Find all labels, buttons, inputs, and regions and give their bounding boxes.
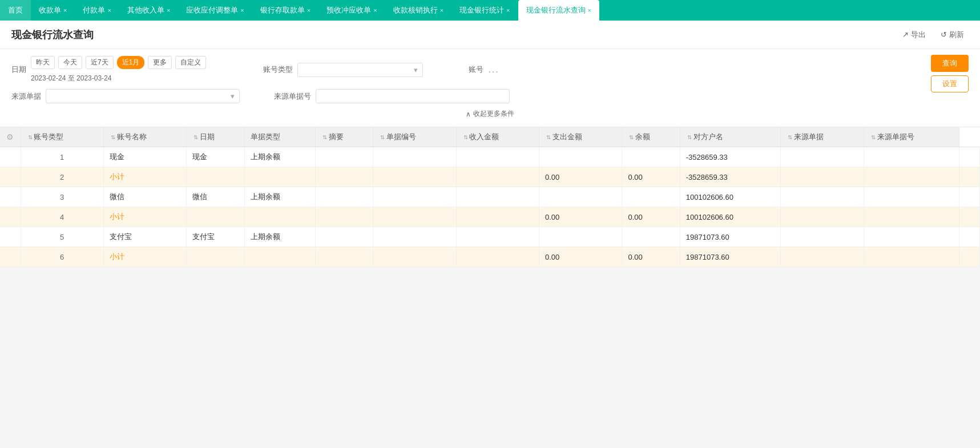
doc-no-cell <box>456 167 539 187</box>
date-range: 2023-02-24 至 2023-03-24 <box>31 74 206 83</box>
counterpart-cell <box>781 147 864 167</box>
account-type-select[interactable]: ▾ <box>297 63 423 77</box>
collapse-bar[interactable]: ∧ 收起更多条件 <box>11 106 969 120</box>
col-header-date[interactable]: ⇅ 日期 <box>187 127 245 147</box>
account-name-cell: 现金 <box>187 147 245 167</box>
row-num: 5 <box>21 227 103 247</box>
close-icon[interactable]: × <box>107 0 111 21</box>
nav-home[interactable]: 首页 <box>0 0 31 21</box>
col-header-source-doc-no[interactable]: ⇅ 来源单据号 <box>864 127 959 147</box>
col-header-summary[interactable]: ⇅ 摘要 <box>315 127 373 147</box>
doc-no-cell <box>456 147 539 167</box>
col-header-source-doc[interactable]: ⇅ 来源单据 <box>781 127 864 147</box>
row-num: 2 <box>21 167 103 187</box>
source-doc-select[interactable]: ▾ <box>46 89 240 103</box>
date-1month[interactable]: 近1月 <box>117 56 145 69</box>
row-settings <box>0 147 21 167</box>
col-header-counterpart[interactable]: ⇅ 对方户名 <box>680 127 781 147</box>
close-icon[interactable]: × <box>63 0 67 21</box>
gear-icon[interactable]: ⚙ <box>6 132 14 142</box>
date-7days[interactable]: 近7天 <box>86 56 114 69</box>
col-header-doc-type[interactable]: 单据类型 <box>245 127 316 147</box>
close-icon[interactable]: × <box>307 0 310 21</box>
summary-cell <box>373 147 456 167</box>
nav-receipt[interactable]: 收款单 × <box>31 0 75 21</box>
date-today[interactable]: 今天 <box>58 56 82 69</box>
sort-icon: ⇅ <box>687 134 693 140</box>
source-doc-cell <box>864 207 959 227</box>
table-row: 2小计0.000.00-3528659.33 <box>0 167 980 187</box>
export-button[interactable]: ↗ 导出 <box>898 27 930 42</box>
nav-writeoff[interactable]: 收款核销执行 × <box>385 0 451 21</box>
source-doc-no-cell <box>959 167 980 187</box>
date-cell <box>245 207 316 227</box>
income-cell: 0.00 <box>539 207 622 227</box>
date-yesterday[interactable]: 昨天 <box>31 56 55 69</box>
account-type-cell: 支付宝 <box>103 227 186 247</box>
col-header-balance[interactable]: ⇅ 余额 <box>622 127 680 147</box>
collapse-icon: ∧ <box>466 110 471 118</box>
collapse-label: 收起更多条件 <box>473 109 514 119</box>
row-num: 3 <box>21 187 103 207</box>
doc-no-cell <box>456 207 539 227</box>
filter-row-2: 来源单据 ▾ 来源单据号 <box>11 89 969 103</box>
balance-cell: -3528659.33 <box>680 147 781 167</box>
close-icon[interactable]: × <box>506 0 510 21</box>
counterpart-cell <box>781 207 864 227</box>
header-actions: ↗ 导出 ↺ 刷新 <box>898 27 969 42</box>
sort-icon: ⇅ <box>193 134 200 140</box>
nav-advance-offset[interactable]: 预收冲应收单 × <box>318 0 385 21</box>
row-num: 6 <box>21 247 103 267</box>
counterpart-cell <box>781 187 864 207</box>
source-doc-cell <box>864 227 959 247</box>
doc-type-cell <box>315 167 373 187</box>
account-type-cell: 现金 <box>103 147 186 167</box>
nav-payment[interactable]: 付款单 × <box>75 0 119 21</box>
col-header-account-type[interactable]: ⇅ 账号类型 <box>21 127 103 147</box>
close-icon[interactable]: × <box>373 0 377 21</box>
nav-bank-stats[interactable]: 现金银行统计 × <box>451 0 518 21</box>
date-more[interactable]: 更多 <box>148 56 172 69</box>
counterpart-cell <box>781 227 864 247</box>
balance-cell: 19871073.60 <box>680 247 781 267</box>
summary-cell <box>373 187 456 207</box>
account-name-cell: 微信 <box>187 187 245 207</box>
nav-bank-flow[interactable]: 现金银行流水查询 × <box>518 0 599 21</box>
date-section: 昨天 今天 近7天 近1月 更多 自定义 2023-02-24 至 2023-0… <box>31 56 206 83</box>
close-icon[interactable]: × <box>588 0 591 21</box>
source-doc-cell <box>864 187 959 207</box>
source-doc-no-cell <box>959 187 980 207</box>
source-doc-no-cell <box>959 147 980 167</box>
source-doc-filter: 来源单据 ▾ <box>11 89 240 103</box>
nav-adjustment[interactable]: 应收应付调整单 × <box>178 0 252 21</box>
date-label: 日期 <box>11 64 26 75</box>
col-header-doc-no[interactable]: ⇅ 单据编号 <box>373 127 456 147</box>
doc-no-cell <box>456 247 539 267</box>
row-settings <box>0 227 21 247</box>
counterpart-cell <box>781 247 864 267</box>
table-row: 5支付宝支付宝上期余额19871073.60 <box>0 227 980 247</box>
account-dots-button[interactable]: ... <box>488 64 499 75</box>
nav-bank-deposit[interactable]: 银行存取款单 × <box>252 0 318 21</box>
query-button[interactable]: 查询 <box>931 55 969 72</box>
sort-icon: ⇅ <box>871 134 877 140</box>
summary-cell <box>373 227 456 247</box>
table-row: 3微信微信上期余额100102606.60 <box>0 187 980 207</box>
balance-cell: -3528659.33 <box>680 167 781 187</box>
income-cell <box>539 187 622 207</box>
col-header-income[interactable]: ⇅ 收入金额 <box>456 127 539 147</box>
sort-icon: ⇅ <box>28 134 34 140</box>
row-settings <box>0 167 21 187</box>
col-header-account-name[interactable]: ⇅ 账号名称 <box>103 127 186 147</box>
close-icon[interactable]: × <box>167 0 170 21</box>
col-header-expense[interactable]: ⇅ 支出金额 <box>539 127 622 147</box>
close-icon[interactable]: × <box>440 0 443 21</box>
action-buttons: 查询 设置 <box>931 55 969 92</box>
date-custom[interactable]: 自定义 <box>175 56 206 69</box>
sort-icon: ⇅ <box>380 134 386 140</box>
nav-other-income[interactable]: 其他收入单 × <box>119 0 178 21</box>
settings-button[interactable]: 设置 <box>931 75 969 92</box>
close-icon[interactable]: × <box>240 0 244 21</box>
source-doc-num-input[interactable] <box>316 89 510 103</box>
refresh-button[interactable]: ↺ 刷新 <box>936 27 969 42</box>
